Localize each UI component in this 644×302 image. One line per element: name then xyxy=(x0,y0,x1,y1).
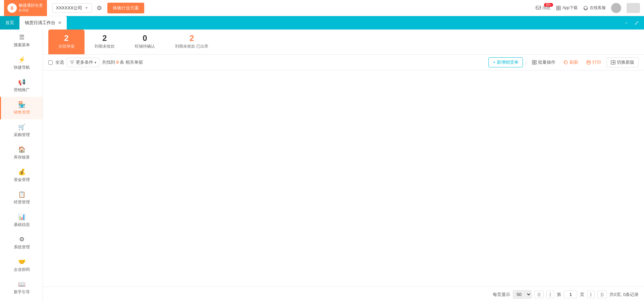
stat-tab-overdue[interactable]: 2 到期未收款 xyxy=(85,29,125,54)
stat-shipped-label: 到期未收款 已出库 xyxy=(175,44,208,49)
sidebar: ☰ 搜索菜单 ⚡ 快捷导航 📢 营销推广 🏪 销售管理 🛒 采购管理 🏠 库存核… xyxy=(0,29,43,302)
svg-rect-6 xyxy=(584,8,584,9)
page-last-btn[interactable]: ⟩⟩ xyxy=(597,291,607,298)
sidebar-item-app-center[interactable]: 📥 应用中心 xyxy=(0,299,43,302)
per-page-select[interactable]: 50 100 200 xyxy=(513,290,532,299)
sidebar-item-inventory[interactable]: 🏠 库存核算 xyxy=(0,142,43,164)
sidebar-item-marketing[interactable]: 📢 营销推广 xyxy=(0,74,43,97)
refresh-label: 刷新 xyxy=(570,59,578,65)
guide-icon: 📖 xyxy=(18,281,25,288)
select-all-label[interactable]: 全选 xyxy=(55,59,64,65)
sidebar-item-enterprise[interactable]: 🤝 企业协同 xyxy=(0,254,43,277)
sidebar-item-operations[interactable]: 📋 经营管理 xyxy=(0,187,43,209)
operations-icon: 📋 xyxy=(18,191,25,198)
svg-rect-3 xyxy=(556,8,558,10)
tab-cash-work[interactable]: 钱货日清工作台 ✕ xyxy=(19,16,67,29)
app-download-action[interactable]: App下载 xyxy=(556,5,578,11)
select-all-checkbox[interactable] xyxy=(48,60,53,65)
header-right: 消息 99+ App下载 在线客服 xyxy=(536,3,640,13)
tab-home[interactable]: 首页 xyxy=(0,16,19,29)
app-download-icon xyxy=(556,5,561,11)
tab-cash-label: 钱货日清工作台 xyxy=(25,20,55,26)
stat-tab-pending[interactable]: 0 旺铺待确认 xyxy=(125,29,165,54)
svg-rect-2 xyxy=(559,6,560,8)
main-layout: ☰ 搜索菜单 ⚡ 快捷导航 📢 营销推广 🏪 销售管理 🛒 采购管理 🏠 库存核… xyxy=(0,29,644,302)
page-label: 第 xyxy=(557,292,561,298)
header: 6 畅捷通好生意 标准版 XXXXXX公司 ▼ ⚙ 体验行业方案 消息 99+ xyxy=(0,0,644,16)
svg-rect-1 xyxy=(556,6,558,8)
logo-title: 畅捷通好生意 xyxy=(19,3,43,8)
stat-pending-count: 0 xyxy=(143,34,147,43)
user-menu[interactable] xyxy=(627,3,640,13)
sidebar-item-quick-nav[interactable]: ⚡ 快捷导航 xyxy=(0,52,43,74)
sidebar-label-purchase: 采购管理 xyxy=(14,132,30,138)
svg-rect-8 xyxy=(532,60,534,62)
base-info-icon: 📊 xyxy=(18,213,25,221)
sidebar-item-sales[interactable]: 🏪 销售管理 xyxy=(0,97,43,119)
purchase-icon: 🛒 xyxy=(18,123,25,131)
finance-icon: 💰 xyxy=(18,168,25,176)
toolbar-right: + 新增销货单 | 批量操作 刷新 xyxy=(488,57,639,67)
sidebar-label-inventory: 库存核算 xyxy=(14,155,30,160)
filter-label: 更多条件 xyxy=(76,59,93,65)
online-service-action[interactable]: 在线客服 xyxy=(583,5,606,11)
company-selector[interactable]: XXXXXX公司 ▼ xyxy=(52,3,92,13)
sidebar-item-base-info[interactable]: 📊 基础信息 xyxy=(0,209,43,232)
stat-tab-all[interactable]: 2 全部单据 xyxy=(48,29,85,54)
logo-text-area: 畅捷通好生意 标准版 xyxy=(19,3,43,13)
tab-minimize-btn[interactable]: － xyxy=(621,18,632,28)
sidebar-label-marketing: 营销推广 xyxy=(14,87,30,93)
found-text: 共找到 0 条 相关单据 xyxy=(102,59,143,65)
svg-rect-10 xyxy=(532,63,534,64)
logo-sub: 标准版 xyxy=(19,8,43,13)
sidebar-item-search-menu[interactable]: ☰ 搜索菜单 xyxy=(0,29,43,52)
per-page-label: 每页显示 xyxy=(493,292,510,298)
sidebar-item-finance[interactable]: 💰 资金管理 xyxy=(0,164,43,187)
page-next-btn[interactable]: ⟩ xyxy=(587,291,595,298)
page-first-btn[interactable]: ⟨⟨ xyxy=(534,291,544,298)
switch-label: 切换新版 xyxy=(617,59,634,65)
quick-nav-icon: ⚡ xyxy=(18,56,25,63)
stat-overdue-count: 2 xyxy=(102,34,107,43)
svg-rect-11 xyxy=(535,63,536,64)
filter-icon xyxy=(70,60,74,65)
svg-rect-9 xyxy=(535,60,536,62)
avatar-img xyxy=(611,3,621,13)
toolbar-left: 全选 更多条件 ▾ 共找到 0 条 相关单据 xyxy=(48,58,486,67)
stat-overdue-label: 到期未收款 xyxy=(95,44,115,49)
new-sale-btn[interactable]: + 新增销货单 xyxy=(488,57,523,67)
print-label: 打印 xyxy=(592,59,601,65)
avatar[interactable] xyxy=(611,3,621,13)
page-prev-btn[interactable]: ⟨ xyxy=(546,291,554,298)
message-action[interactable]: 消息 99+ xyxy=(536,5,550,11)
tab-maximize-btn[interactable]: ⤢ xyxy=(632,18,641,27)
stat-tab-shipped[interactable]: 2 到期未收款 已出库 xyxy=(165,29,218,54)
page-input[interactable] xyxy=(564,291,577,298)
settings-icon[interactable]: ⚙ xyxy=(95,3,103,13)
sidebar-item-sys-mgmt[interactable]: ⚙ 系统管理 xyxy=(0,232,43,254)
sidebar-label-search-menu: 搜索菜单 xyxy=(14,42,30,48)
marketing-icon: 📢 xyxy=(18,78,25,86)
stat-shipped-count: 2 xyxy=(190,34,194,43)
filter-btn[interactable]: 更多条件 ▾ xyxy=(67,58,99,67)
sidebar-item-guide[interactable]: 📖 新手引导 xyxy=(0,277,43,299)
stat-all-label: 全部单据 xyxy=(58,44,74,49)
sidebar-label-enterprise: 企业协同 xyxy=(14,267,30,273)
message-badge: 99+ xyxy=(544,3,553,7)
message-icon xyxy=(536,5,541,11)
sidebar-item-purchase[interactable]: 🛒 采购管理 xyxy=(0,119,43,142)
batch-btn[interactable]: 批量操作 xyxy=(529,58,558,67)
switch-btn[interactable]: 切换新版 xyxy=(606,57,639,67)
divider-1: | xyxy=(526,60,527,65)
experience-btn[interactable]: 体验行业方案 xyxy=(107,3,144,13)
tab-close-icon[interactable]: ✕ xyxy=(58,20,61,25)
toolbar: 全选 更多条件 ▾ 共找到 0 条 相关单据 + 新增销货单 | xyxy=(43,55,644,70)
switch-icon xyxy=(611,60,615,65)
refresh-btn[interactable]: 刷新 xyxy=(561,58,581,67)
print-btn[interactable]: 打印 xyxy=(584,58,604,67)
svg-rect-7 xyxy=(587,8,588,9)
page-suffix: 页 xyxy=(580,292,584,298)
stat-all-count: 2 xyxy=(64,34,68,43)
inventory-icon: 🏠 xyxy=(18,146,25,153)
svg-rect-4 xyxy=(559,8,560,10)
